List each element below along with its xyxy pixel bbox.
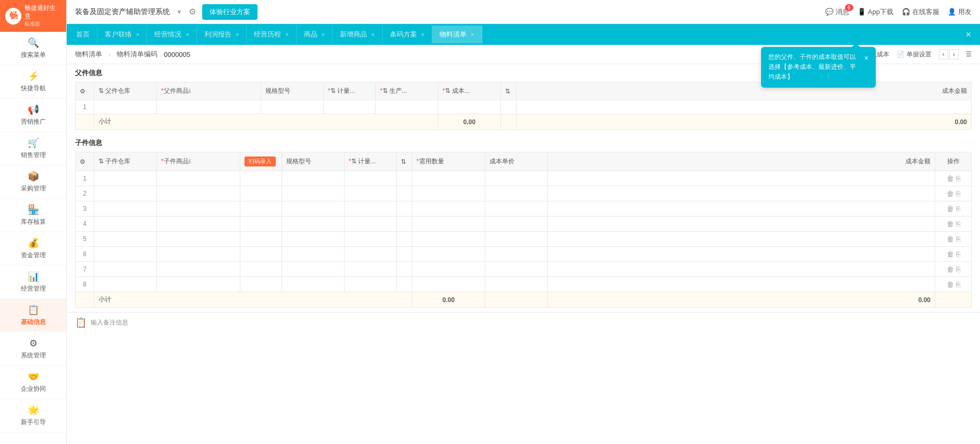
sidebar-item-marketing[interactable]: 📢 营销推广: [0, 99, 66, 132]
message-button[interactable]: 💬 消息 6: [825, 7, 849, 17]
child-unit-cell[interactable]: [345, 186, 397, 201]
tab-product[interactable]: 商品 ×: [297, 26, 333, 43]
tabbar-close-all[interactable]: ✕: [959, 26, 978, 43]
parent-warehouse-cell[interactable]: [94, 100, 157, 114]
tab-operation-close[interactable]: ×: [186, 31, 189, 38]
sidebar-item-operation[interactable]: 📊 经营管理: [0, 266, 66, 299]
delete-row-button[interactable]: 🗑: [947, 235, 954, 243]
child-unit-cost-cell[interactable]: [485, 171, 548, 186]
child-product-cell[interactable]: [157, 277, 240, 292]
tab-history-close[interactable]: ×: [285, 31, 288, 38]
child-spec-cell[interactable]: [282, 217, 345, 232]
child-spec-cell[interactable]: [282, 262, 345, 277]
single-settings-action[interactable]: 📄 单据设置: [897, 50, 932, 59]
copy-row-button[interactable]: ⎘: [956, 265, 960, 273]
tab-customer[interactable]: 客户联络 ×: [97, 26, 147, 43]
parent-col-settings[interactable]: ⚙: [76, 82, 94, 100]
child-warehouse-cell[interactable]: [94, 277, 157, 292]
tab-new-product-close[interactable]: ×: [371, 31, 374, 38]
child-spec-cell[interactable]: [282, 277, 345, 292]
scan-button[interactable]: 扫码录入: [244, 157, 276, 166]
copy-row-button[interactable]: ⎘: [956, 189, 960, 198]
breadcrumb-page-name[interactable]: 物料清单: [75, 50, 102, 59]
child-unit-cost-cell[interactable]: [485, 186, 548, 201]
child-unit-cell[interactable]: [345, 171, 397, 186]
parent-unit-cell[interactable]: [324, 100, 376, 114]
tab-bom-close[interactable]: ×: [471, 31, 474, 38]
child-unit-cell[interactable]: [345, 262, 397, 277]
sidebar-item-purchase[interactable]: 📦 采购管理: [0, 165, 66, 199]
child-unit-cost-cell[interactable]: [485, 232, 548, 247]
delete-row-button[interactable]: 🗑: [947, 174, 954, 183]
sidebar-item-enterprise[interactable]: 🤝 企业协同: [0, 366, 66, 399]
nav-next-button[interactable]: ›: [949, 49, 959, 59]
sidebar-item-basic-info[interactable]: 📋 基础信息: [0, 299, 66, 332]
sidebar-item-system[interactable]: ⚙ 系统管理: [0, 332, 66, 366]
parent-spec-cell[interactable]: [261, 100, 324, 114]
child-col-scan[interactable]: 扫码录入: [240, 152, 282, 171]
tab-barcode-close[interactable]: ×: [421, 31, 424, 38]
child-unit-cost-cell[interactable]: [485, 217, 548, 232]
child-product-cell[interactable]: [157, 201, 240, 217]
dropdown-arrow-icon[interactable]: ▼: [176, 8, 182, 16]
trial-button[interactable]: 体验行业方案: [202, 4, 258, 20]
delete-row-button[interactable]: 🗑: [947, 220, 954, 228]
delete-row-button[interactable]: 🗑: [947, 205, 954, 213]
child-required-qty-cell[interactable]: [412, 217, 485, 232]
delete-row-button[interactable]: 🗑: [947, 265, 954, 273]
tooltip-close-button[interactable]: ×: [864, 52, 868, 64]
child-unit-cost-cell[interactable]: [485, 247, 548, 262]
child-unit-cost-cell[interactable]: [485, 262, 548, 277]
delete-row-button[interactable]: 🗑: [947, 250, 954, 258]
user-menu[interactable]: 👤 用友: [948, 7, 972, 17]
child-product-cell[interactable]: [157, 186, 240, 201]
settings-icon[interactable]: ⚙: [189, 7, 196, 17]
child-warehouse-cell[interactable]: [94, 217, 157, 232]
child-required-qty-cell[interactable]: [412, 247, 485, 262]
child-product-cell[interactable]: [157, 262, 240, 277]
child-warehouse-cell[interactable]: [94, 232, 157, 247]
delete-row-button[interactable]: 🗑: [947, 189, 954, 198]
child-unit-cell[interactable]: [345, 201, 397, 217]
child-warehouse-cell[interactable]: [94, 247, 157, 262]
copy-row-button[interactable]: ⎘: [956, 235, 960, 243]
parent-product-cell[interactable]: [157, 100, 261, 114]
child-spec-cell[interactable]: [282, 232, 345, 247]
child-required-qty-cell[interactable]: [412, 232, 485, 247]
sidebar-item-sales[interactable]: 🛒 销售管理: [0, 132, 66, 165]
child-required-qty-cell[interactable]: [412, 262, 485, 277]
copy-row-button[interactable]: ⎘: [956, 220, 960, 228]
child-product-cell[interactable]: [157, 247, 240, 262]
child-product-cell[interactable]: [157, 217, 240, 232]
tab-history[interactable]: 经营历程 ×: [247, 26, 296, 43]
copy-row-button[interactable]: ⎘: [956, 280, 960, 289]
child-spec-cell[interactable]: [282, 171, 345, 186]
tab-barcode[interactable]: 条码方案 ×: [383, 26, 432, 43]
child-warehouse-cell[interactable]: [94, 262, 157, 277]
child-product-cell[interactable]: [157, 171, 240, 186]
list-view-action[interactable]: ☰: [966, 51, 972, 58]
child-unit-cell[interactable]: [345, 277, 397, 292]
sidebar-item-finance[interactable]: 💰 资金管理: [0, 232, 66, 266]
tab-operation[interactable]: 经营情况 ×: [147, 26, 197, 43]
parent-cost-cell[interactable]: [438, 100, 501, 114]
online-service-button[interactable]: 🎧 在线客服: [902, 7, 939, 17]
tab-home[interactable]: 首页: [69, 26, 97, 43]
copy-row-button[interactable]: ⎘: [956, 250, 960, 258]
parent-production-cell[interactable]: [376, 100, 438, 114]
child-unit-cost-cell[interactable]: [485, 201, 548, 217]
app-download-button[interactable]: 📱 App下载: [858, 7, 893, 17]
child-unit-cost-cell[interactable]: [485, 277, 548, 292]
sidebar-item-search[interactable]: 🔍 搜索菜单: [0, 32, 66, 65]
child-required-qty-cell[interactable]: [412, 277, 485, 292]
child-warehouse-cell[interactable]: [94, 186, 157, 201]
child-required-qty-cell[interactable]: [412, 171, 485, 186]
delete-row-button[interactable]: 🗑: [947, 280, 954, 289]
tab-bom[interactable]: 物料清单 ×: [432, 26, 482, 43]
child-unit-cell[interactable]: [345, 217, 397, 232]
sidebar-item-quicknav[interactable]: ⚡ 快捷导航: [0, 65, 66, 99]
child-spec-cell[interactable]: [282, 247, 345, 262]
child-spec-cell[interactable]: [282, 201, 345, 217]
tab-product-close[interactable]: ×: [322, 31, 325, 38]
sidebar-item-guide[interactable]: 🌟 新手引导: [0, 399, 66, 433]
